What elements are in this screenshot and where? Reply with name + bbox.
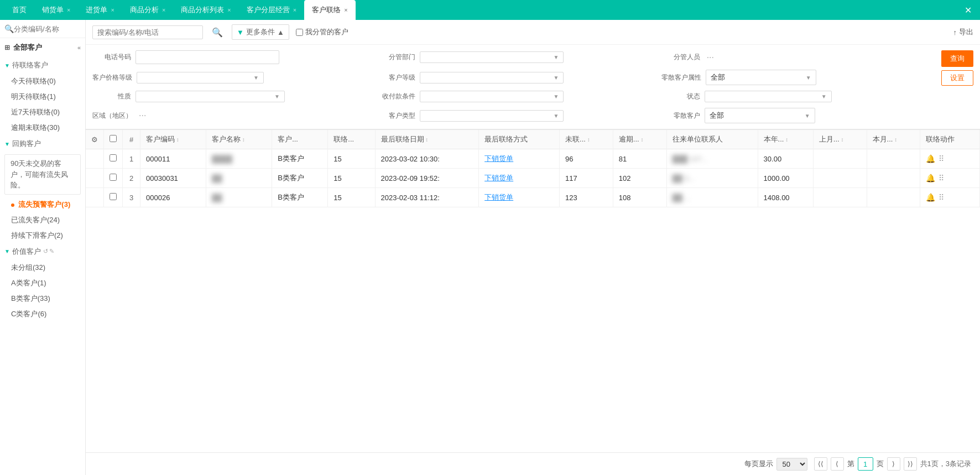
table-col-this-year[interactable]: 本年...	[758, 130, 813, 149]
payment-select[interactable]: ▼	[420, 91, 564, 102]
per-page-select[interactable]: 50 100 200	[776, 458, 807, 471]
sidebar-item-overdue[interactable]: 逾期未联络(30)	[0, 120, 85, 135]
tab-sales[interactable]: 销货单 ×	[34, 0, 78, 20]
tab-customer-contact[interactable]: 客户联络 ×	[304, 0, 355, 20]
filter-search-input[interactable]	[92, 25, 203, 39]
retail-customer-select[interactable]: 全部 ▼	[705, 108, 815, 123]
today-label: 今天待联络(0)	[11, 77, 56, 85]
row-code: 000011	[140, 149, 206, 169]
row-unit-contact: ███ 107...	[666, 149, 758, 169]
filter-more-button[interactable]: ▼ 更多条件 ▲	[232, 24, 289, 40]
query-button[interactable]: 查询	[941, 50, 973, 67]
row-last-month	[813, 149, 867, 169]
my-customers-checkbox[interactable]	[296, 29, 303, 36]
page-suffix: 页	[877, 459, 884, 469]
row-checkbox[interactable]	[110, 154, 117, 161]
adv-field-region: 区域（地区） ···	[92, 111, 366, 121]
tab-analysis-list[interactable]: 商品分析列表 ×	[173, 0, 238, 20]
sidebar-all-customers[interactable]: ⊞ 全部客户 «	[0, 38, 85, 57]
window-close-button[interactable]: ✕	[960, 2, 976, 18]
sidebar-item-7days[interactable]: 近7天待联络(0)	[0, 105, 85, 120]
tab-analysis-close[interactable]: ×	[162, 7, 165, 13]
settings-button[interactable]: 设置	[941, 70, 973, 86]
sidebar-item-at-risk[interactable]: 流失预警客户(3)	[0, 197, 85, 212]
tab-customer-contact-close[interactable]: ×	[344, 7, 347, 13]
sidebar-item-class-c[interactable]: C类客户(6)	[0, 306, 85, 322]
customer-grade-select[interactable]: ▼	[420, 72, 564, 83]
table-row: 3 000026 ██ B类客户 15 2023-02-03 11:12: 下销…	[86, 188, 980, 207]
per-page-area: 每页显示 50 100 200	[744, 458, 807, 471]
next-page-button[interactable]: ⟩	[887, 457, 900, 471]
sidebar-item-class-a[interactable]: A类客户(1)	[0, 275, 85, 291]
declining-label: 持续下滑客户(2)	[11, 231, 63, 239]
row-action-bell[interactable]: 🔔	[926, 154, 935, 163]
table-col-no-contact[interactable]: 未联...	[560, 130, 613, 149]
select-all-checkbox[interactable]	[110, 135, 117, 142]
retail-attr-select[interactable]: 全部 ▼	[706, 70, 816, 85]
row-action-bell[interactable]: 🔔	[926, 193, 935, 202]
row-action-menu[interactable]: ⠿	[939, 193, 944, 202]
row-action-menu[interactable]: ⠿	[939, 174, 944, 182]
region-dots[interactable]: ···	[139, 111, 146, 121]
sidebar-item-class-b[interactable]: B类客户(33)	[0, 291, 85, 306]
row-num: 2	[123, 169, 140, 188]
table-col-name[interactable]: 客户名称	[206, 130, 272, 149]
status-select[interactable]: ▼	[705, 91, 832, 102]
tab-customer-tier[interactable]: 客户分层经营 ×	[239, 0, 304, 20]
sidebar-group-value[interactable]: ▼ 价值客户 ↺ ✎	[0, 243, 85, 260]
row-gear	[86, 169, 104, 188]
tab-purchase-close[interactable]: ×	[111, 7, 114, 13]
manager-dots[interactable]: ···	[707, 53, 714, 62]
row-checkbox[interactable]	[110, 174, 117, 181]
tab-home-label: 首页	[12, 5, 27, 15]
tomorrow-label: 明天待联络(1)	[11, 92, 56, 101]
row-actions: 🔔 ⠿	[920, 188, 980, 207]
sidebar-group-churn[interactable]: ▼ 回购客户	[0, 135, 85, 152]
customer-type-select[interactable]: ▼	[420, 110, 564, 122]
dept-select[interactable]: ▼	[420, 51, 564, 63]
phone-input[interactable]	[135, 50, 279, 64]
funnel-icon: ▼	[237, 28, 244, 36]
table-col-this-month[interactable]: 本月...	[867, 130, 920, 149]
sidebar-item-churned[interactable]: 已流失客户(24)	[0, 212, 85, 228]
row-action-bell[interactable]: 🔔	[926, 174, 935, 182]
row-action-menu[interactable]: ⠿	[939, 154, 944, 163]
sidebar-search-input[interactable]	[14, 25, 86, 33]
table-col-last-date[interactable]: 最后联络日期	[375, 130, 479, 149]
row-this-year: 1000.00	[758, 169, 813, 188]
advanced-filter: 电话号码 分管部门 ▼ 分管人员	[86, 45, 980, 129]
tab-analysis[interactable]: 商品分析 ×	[122, 0, 173, 20]
current-page[interactable]: 1	[858, 457, 873, 471]
price-grade-select[interactable]: ▼	[137, 72, 264, 83]
sidebar-group-pending[interactable]: ▼ 待联络客户	[0, 57, 85, 74]
row-type: B类客户	[272, 169, 328, 188]
row-checkbox[interactable]	[110, 193, 117, 200]
tab-home[interactable]: 首页	[4, 0, 34, 20]
table-col-overdue[interactable]: 逾期...	[613, 130, 666, 149]
value-refresh-icon[interactable]: ↺	[43, 248, 48, 255]
tab-analysis-list-close[interactable]: ×	[227, 7, 231, 13]
class-a-label: A类客户(1)	[11, 279, 46, 287]
prev-page-button[interactable]: ⟨	[831, 457, 844, 471]
sidebar-item-unclassified[interactable]: 未分组(32)	[0, 260, 85, 275]
export-button[interactable]: ↑ 导出	[953, 27, 974, 37]
sidebar-item-declining[interactable]: 持续下滑客户(2)	[0, 228, 85, 243]
class-b-label: B类客户(33)	[11, 294, 50, 302]
value-edit-icon[interactable]: ✎	[49, 248, 54, 255]
table-col-gear[interactable]: ⚙	[86, 130, 104, 149]
filter-search-button[interactable]: 🔍	[210, 27, 225, 38]
sidebar-item-tomorrow[interactable]: 明天待联络(1)	[0, 89, 85, 105]
my-customers-filter[interactable]: 我分管的客户	[296, 27, 348, 37]
tab-customer-tier-close[interactable]: ×	[293, 7, 296, 13]
table-col-last-month[interactable]: 上月...	[813, 130, 867, 149]
last-page-button[interactable]: ⟩⟩	[904, 457, 917, 471]
sidebar-item-today[interactable]: 今天待联络(0)	[0, 74, 85, 89]
row-code: 00030031	[140, 169, 206, 188]
tab-purchase[interactable]: 进货单 ×	[78, 0, 122, 20]
nature-label: 性质	[92, 92, 131, 101]
tab-sales-close[interactable]: ×	[67, 7, 70, 13]
table-col-code[interactable]: 客户编码	[140, 130, 206, 149]
first-page-button[interactable]: ⟨⟨	[814, 457, 827, 471]
retail-customer-label: 零散客户	[661, 111, 700, 121]
nature-select[interactable]: ▼	[135, 91, 285, 102]
